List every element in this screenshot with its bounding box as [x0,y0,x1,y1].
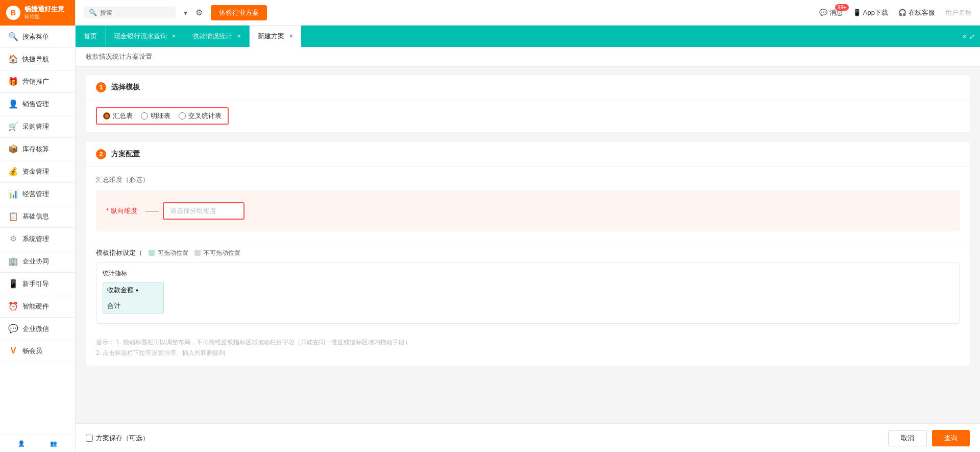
sidebar-item-collab[interactable]: 🏢 企业协同 [0,250,75,273]
notification-badge: 99+ [835,4,849,11]
cancel-button[interactable]: 取消 [888,430,927,446]
topbar-search-input[interactable] [100,9,166,16]
radio-summary[interactable]: 汇总表 [103,111,133,121]
tab-bank-label: 现金银行流水查询 [114,32,167,41]
logo-icon: B [6,6,20,20]
sidebar-item-inventory[interactable]: 📦 库存核算 [0,138,75,160]
content-body: 1 选择模板 汇总表 明细表 [76,67,980,384]
step1-section: 1 选择模板 汇总表 明细表 [86,75,970,132]
user-item[interactable]: 用户名称 [945,8,972,17]
sidebar-item-operation[interactable]: 📊 经营管理 [0,183,75,205]
radio-summary-input[interactable] [103,112,110,120]
fixed-dot [194,250,201,256]
cart-icon: 🛒 [8,122,18,131]
save-label: 方案保存（可选） [96,434,149,443]
sidebar-label-member: 畅会员 [22,346,42,355]
legend-draggable: 可拖动位置 [149,249,188,257]
sidebar-label-nav: 快捷导航 [22,55,49,64]
chat-icon: 💬 [8,324,18,334]
radio-cross-input[interactable] [179,112,186,120]
sidebar-nav: 🔍 搜索菜单 🏠 快捷导航 🎁 营销推广 👤 销售管理 🛒 采购管理 📦 库存核… [0,26,75,435]
tab-receipt-close[interactable]: × [237,33,241,40]
download-item[interactable]: 📱 App下载 [853,8,888,17]
sidebar-bottom: 👤 👥 [0,435,75,452]
sidebar-item-wechat[interactable]: 💬 企业微信 [0,318,75,340]
sidebar-item-sales[interactable]: 👤 销售管理 [0,93,75,115]
service-item[interactable]: 🎧 在线客服 [898,8,935,17]
sidebar-item-guide[interactable]: 📱 新手引导 [0,273,75,295]
radio-cross[interactable]: 交叉统计表 [179,111,222,121]
query-button[interactable]: 查询 [932,430,970,446]
sidebar-bottom-user[interactable]: 👤 [18,440,25,447]
sidebar-bottom-group[interactable]: 👥 [50,440,57,447]
sidebar-label-sales: 销售管理 [22,100,49,109]
phone-icon: 📱 [8,279,18,289]
step2-title: 方案配置 [111,150,140,159]
step1-header: 1 选择模板 [86,75,970,100]
dim-select-box[interactable]: 请选择分组维度 [163,202,244,220]
sidebar-label-base: 基础信息 [22,212,49,221]
breadcrumb: 收款情况统计方案设置 [86,53,152,60]
dimension-area: * 纵向维度 —— 请选择分组维度 [96,191,960,231]
sidebar-item-nav[interactable]: 🏠 快捷导航 [0,48,75,70]
tips-section: 提示： 1. 拖动标题栏可以调整布局，不可跨维度或指标区域拖动栏目字段（只能在同… [86,332,970,366]
tab-receipt[interactable]: 收款情况统计 × [184,26,250,47]
notification-item[interactable]: 💬 消息 99+ [819,8,843,17]
window-close-icon[interactable]: × [962,33,966,40]
tab-new-plan[interactable]: 新建方案 × [250,26,301,47]
bottom-bar: 方案保存（可选） 取消 查询 [76,423,980,452]
topbar-dropdown-icon[interactable]: ▾ [184,9,187,17]
sidebar-item-purchase[interactable]: 🛒 采购管理 [0,115,75,138]
dimension-title: 汇总维度（必选） [96,175,960,184]
sidebar-item-search[interactable]: 🔍 搜索菜单 [0,26,75,48]
person-icon: 👤 [8,99,18,109]
metric-tag-amount[interactable]: 收款金额 ▾ [103,282,163,298]
save-option[interactable]: 方案保存（可选） [86,434,149,443]
home-icon: 🏠 [8,54,18,64]
sidebar-label-system: 系统管理 [22,234,49,244]
window-expand-icon[interactable]: ⤢ [969,33,975,40]
step2-badge: 2 [96,149,106,159]
legend-fixed-label: 不可拖动位置 [204,249,240,257]
logo-sub: 标准版 [24,13,64,20]
step2-header: 2 方案配置 [86,142,970,167]
gear-icon: ⚙ [8,234,18,244]
sidebar-item-marketing[interactable]: 🎁 营销推广 [0,70,75,93]
metric-sub-total: 合计 [103,298,163,314]
metric-settings: 模板指标设定（ 可拖动位置 不可拖动位置 统计指标 [86,248,970,332]
sidebar-logo: B 畅捷通好生意 标准版 [0,0,75,26]
message-icon: 💬 [819,9,827,16]
trial-btn[interactable]: 体验行业方案 [211,5,267,20]
topbar-search-box[interactable]: 🔍 [84,7,176,18]
sidebar-label-collab: 企业协同 [22,257,49,266]
radio-detail[interactable]: 明细表 [141,111,170,121]
sidebar-item-member[interactable]: V 畅会员 [0,340,75,362]
topbar-right: 💬 消息 99+ 📱 App下载 🎧 在线客服 用户名称 [819,8,972,17]
money-icon: 💰 [8,166,18,176]
radio-detail-input[interactable] [141,112,148,120]
sidebar-item-system[interactable]: ⚙ 系统管理 [0,228,75,250]
radio-summary-label: 汇总表 [113,111,133,121]
sidebar-item-finance[interactable]: 💰 资金管理 [0,160,75,183]
topbar-gear-icon[interactable]: ⚙ [195,8,203,17]
radio-detail-label: 明细表 [151,111,170,121]
template-radio-group: 汇总表 明细表 交叉统计表 [96,107,229,125]
dim-select-placeholder: 请选择分组维度 [170,207,216,215]
metric-box-label: 统计指标 [103,269,953,278]
tab-bank-close[interactable]: × [172,33,176,40]
sidebar-item-hardware[interactable]: ⏰ 智能硬件 [0,295,75,318]
topbar: 🔍 ▾ ⚙ 体验行业方案 💬 消息 99+ 📱 App下载 🎧 在线客服 用户名… [76,0,980,26]
clock-icon: ⏰ [8,301,18,311]
vertical-dim-label: * 纵向维度 [106,206,137,216]
tip-2: 2. 点击标题栏下拉可设置排序、插入列和删除列 [96,349,960,358]
tab-new-plan-close[interactable]: × [289,33,293,40]
sidebar-item-base[interactable]: 📋 基础信息 [0,205,75,228]
tab-bank[interactable]: 现金银行流水查询 × [106,26,184,47]
save-checkbox[interactable] [86,435,93,442]
gift-icon: 🎁 [8,77,18,86]
tab-home[interactable]: 首页 [76,26,106,47]
chart-icon: 📊 [8,189,18,199]
template-options: 汇总表 明细表 交叉统计表 [86,100,970,132]
user-label: 用户名称 [945,8,972,17]
download-icon: 📱 [853,9,861,16]
